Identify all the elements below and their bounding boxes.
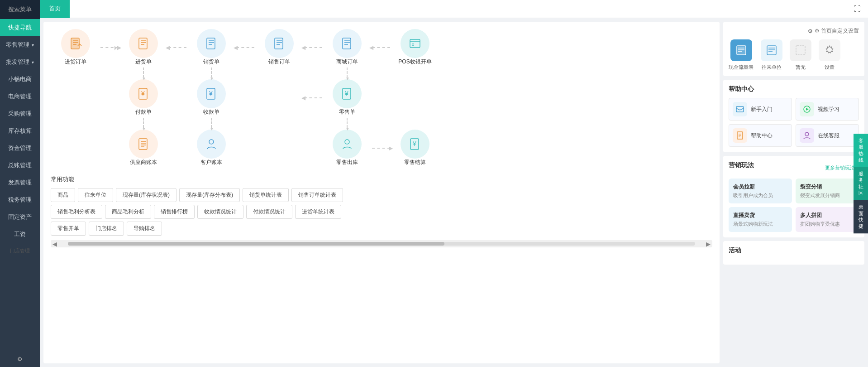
svg-text:¥: ¥	[209, 90, 213, 97]
help-item-center[interactable]: 帮助中心	[729, 124, 792, 147]
sidebar-item-quick-nav[interactable]: 快捷导航	[0, 19, 40, 36]
v-arrow-payment: ▼	[119, 118, 168, 128]
node-retail-out[interactable]: 零售出库	[322, 130, 372, 166]
node-pos[interactable]: POS收银开单	[390, 29, 440, 66]
float-btn-community[interactable]: 服务社区	[854, 167, 868, 200]
workflow-panel: 进货订单 ▶ 进货单	[43, 22, 720, 363]
func-btn-stock-dist[interactable]: 现存量(库存分布表)	[179, 188, 240, 202]
receipt-icon[interactable]: ¥	[197, 79, 226, 108]
partners-icon[interactable]	[761, 39, 782, 61]
fullscreen-button[interactable]: ⛶	[854, 5, 861, 13]
node-purchase[interactable]: 进货单	[119, 29, 168, 66]
sales-order-label: 销售订单	[268, 58, 290, 66]
sales-order-icon[interactable]	[265, 29, 294, 58]
retail-settle-icon[interactable]: ¥	[401, 130, 429, 159]
purchase-icon[interactable]	[129, 29, 158, 58]
sidebar-item-purchase[interactable]: 采购管理	[0, 105, 40, 122]
marketing-card-live[interactable]: 直播卖货 场景式购物新玩法	[729, 207, 792, 232]
retail-out-label: 零售出库	[336, 159, 358, 166]
func-btn-payment-stat[interactable]: 付款情况统计	[246, 205, 292, 219]
node-sales-order[interactable]: 销售订单	[254, 29, 304, 66]
sidebar-search[interactable]: 搜索菜单	[0, 0, 40, 19]
supplier-label: 供应商账本	[130, 159, 157, 166]
horizontal-scrollbar[interactable]: ◀ ▶	[51, 240, 712, 247]
quick-icon-partners[interactable]: 往来单位	[761, 39, 782, 71]
sidebar-item-ecomm-mgmt[interactable]: 电商管理	[0, 88, 40, 105]
node-supplier[interactable]: 供应商账本	[119, 130, 168, 166]
sidebar-item-wholesale[interactable]: 批发管理 ▾	[0, 53, 40, 71]
func-btn-store-rank[interactable]: 门店排名	[89, 222, 124, 236]
mall-order-icon[interactable]	[333, 29, 362, 58]
sales-icon[interactable]	[197, 29, 226, 58]
marketing-card-member[interactable]: 会员拉新 吸引用户成为会员	[729, 179, 792, 203]
retail-out-icon[interactable]	[333, 130, 362, 159]
pos-icon[interactable]	[401, 29, 429, 58]
node-retail[interactable]: ¥ 零售单	[322, 79, 372, 116]
node-receipt[interactable]: ¥ 收款单	[186, 79, 236, 116]
scroll-right-arrow[interactable]: ▶	[704, 241, 712, 247]
v-line-retail2: ▼	[347, 118, 348, 128]
retail-icon[interactable]: ¥	[333, 79, 362, 108]
node-sales[interactable]: 销货单	[186, 29, 236, 66]
func-btn-stock-status[interactable]: 现存量(库存状况表)	[116, 188, 176, 202]
float-btn-desktop[interactable]: 桌面快捷	[854, 200, 868, 233]
sidebar-item-ecommerce[interactable]: 小畅电商	[0, 71, 40, 88]
payment-icon[interactable]: ¥	[129, 79, 158, 108]
sidebar-item-finance[interactable]: 资金管理	[0, 140, 40, 157]
customer-icon[interactable]	[197, 130, 226, 159]
func-btn-guide-rank[interactable]: 导购排名	[127, 222, 162, 236]
func-grid-row3: 零售开单 门店排名 导购排名	[51, 222, 712, 236]
func-btn-product-margin[interactable]: 商品毛利分析	[105, 205, 151, 219]
marketing-card-group[interactable]: 多人拼团 拼团购物享受优惠	[796, 207, 859, 232]
group-card-title: 多人拼团	[800, 212, 854, 219]
func-grid-row2: 销售毛利分析表 商品毛利分析 销售排行榜 收款情况统计 付款情况统计 进货单统计…	[51, 205, 712, 219]
sidebar-item-fixed-assets[interactable]: 固定资产	[0, 208, 40, 226]
marketing-card-fission[interactable]: 裂变分销 裂变式发展分销商	[796, 179, 859, 203]
quick-icon-settings[interactable]: 设置	[819, 39, 840, 71]
func-btn-order-stat[interactable]: 销售订单统计表	[291, 188, 343, 202]
sidebar-item-ledger[interactable]: 总账管理	[0, 157, 40, 174]
node-retail-settle[interactable]: ¥ 零售结算	[390, 130, 440, 166]
settings-icon[interactable]	[819, 39, 840, 61]
help-item-beginner[interactable]: 新手入门	[729, 98, 792, 121]
quick-icon-empty[interactable]: 暂无	[790, 39, 811, 71]
sidebar-item-invoice[interactable]: 发票管理	[0, 174, 40, 191]
v-arrow-pos: ▼	[322, 68, 372, 77]
help-item-video[interactable]: 视频学习	[796, 98, 859, 121]
scroll-thumb[interactable]	[68, 242, 444, 246]
node-customer[interactable]: 客户账本	[186, 130, 236, 166]
node-payment[interactable]: ¥ 付款单	[119, 79, 168, 116]
sidebar-item-inventory[interactable]: 库存核算	[0, 122, 40, 140]
func-btn-purchase-stat[interactable]: 进货单统计表	[295, 205, 341, 219]
homepage-settings-link[interactable]: ⚙ ⚙ 首页自定义设置	[808, 27, 859, 35]
tab-home[interactable]: 首页	[40, 0, 70, 18]
workflow-row1: 进货订单 ▶ 进货单	[51, 29, 712, 66]
func-btn-sales-stat[interactable]: 销货单统计表	[243, 188, 289, 202]
purchase-order-icon[interactable]	[61, 29, 90, 58]
sidebar-item-payroll[interactable]: 工资	[0, 226, 40, 243]
func-btn-partners[interactable]: 往来单位	[78, 188, 113, 202]
scroll-track[interactable]	[68, 242, 695, 246]
sidebar-settings[interactable]: ⚙	[0, 351, 40, 367]
scroll-left-arrow[interactable]: ◀	[51, 241, 59, 247]
svg-rect-9	[207, 38, 215, 49]
float-btn-service[interactable]: 客服热线	[854, 134, 868, 167]
func-btn-sales-margin[interactable]: 销售毛利分析表	[51, 205, 102, 219]
cashflow-icon[interactable]	[730, 39, 752, 61]
sidebar-item-retail[interactable]: 零售管理 ▾	[0, 36, 40, 53]
sidebar-item-tax[interactable]: 税务管理	[0, 191, 40, 208]
v-arrow-sales: ▼	[186, 68, 236, 77]
func-btn-product[interactable]: 商品	[51, 188, 75, 202]
help-grid: 新手入门 视频学习	[729, 98, 859, 147]
sidebar-item-store-mgmt[interactable]: 门店管理	[0, 243, 40, 259]
node-purchase-order[interactable]: 进货订单	[51, 29, 100, 66]
supplier-icon[interactable]	[129, 130, 158, 159]
help-center-title: 帮助中心	[729, 85, 859, 93]
quick-icon-cashflow[interactable]: 现金流量表	[729, 39, 754, 71]
node-mall-order[interactable]: 商城订单	[322, 29, 372, 66]
func-btn-retail-order[interactable]: 零售开单	[51, 222, 86, 236]
help-item-online[interactable]: 在线客服	[796, 124, 859, 147]
func-btn-sales-rank[interactable]: 销售排行榜	[154, 205, 195, 219]
func-btn-receipt-stat[interactable]: 收款情况统计	[197, 205, 243, 219]
arrow-5: ◀	[372, 47, 390, 48]
